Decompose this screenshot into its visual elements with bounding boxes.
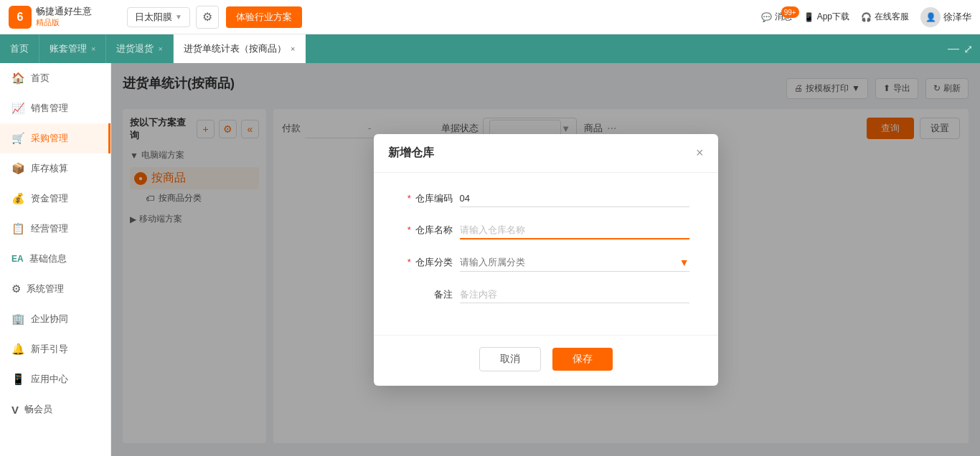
form-row-note: 备注 bbox=[402, 286, 689, 303]
logo-area: 6 畅捷通好生意 精品版 bbox=[9, 6, 120, 29]
chevron-down-icon: ▼ bbox=[175, 13, 182, 21]
gear-button[interactable]: ⚙ bbox=[196, 6, 219, 29]
tab-purchase-return[interactable]: 进货退货 × bbox=[106, 34, 173, 63]
sidebar-enterprise-label: 企业协同 bbox=[31, 313, 68, 326]
sidebar-item-sales[interactable]: 📈 销售管理 bbox=[0, 93, 110, 123]
sidebar-home-label: 首页 bbox=[31, 72, 50, 85]
logo-text-group: 畅捷通好生意 精品版 bbox=[36, 6, 92, 29]
form-row-name: * 仓库名称 bbox=[402, 222, 689, 239]
modal-header: 新增仓库 × bbox=[374, 134, 718, 173]
sidebar-item-membership[interactable]: V 畅会员 bbox=[0, 394, 110, 424]
service-label: 在线客服 bbox=[875, 11, 909, 23]
logo-sub: 精品版 bbox=[36, 17, 92, 28]
business-icon: 📋 bbox=[11, 222, 25, 235]
modal-title: 新增仓库 bbox=[388, 146, 434, 161]
store-name: 日太阳膜 bbox=[135, 11, 172, 24]
user-name: 徐泽华 bbox=[943, 11, 971, 24]
category-input[interactable] bbox=[460, 257, 679, 267]
sidebar-item-app-center[interactable]: 📱 应用中心 bbox=[0, 364, 110, 394]
tab-home[interactable]: 首页 bbox=[0, 34, 39, 63]
new-warehouse-modal: 新增仓库 × * 仓库编码 * bbox=[374, 134, 718, 386]
sidebar-finance-label: 资金管理 bbox=[31, 192, 68, 205]
system-icon: ⚙ bbox=[11, 282, 21, 295]
sidebar-app-center-label: 应用中心 bbox=[31, 373, 68, 386]
tab-purchase-return-label: 进货退货 bbox=[116, 42, 154, 55]
logo-icon: 6 bbox=[9, 6, 32, 29]
sales-icon: 📈 bbox=[11, 102, 25, 115]
tab-purchase-stats-label: 进货单统计表（按商品） bbox=[184, 42, 286, 55]
main-layout: 🏠 首页 📈 销售管理 🛒 采购管理 📦 库存核算 💰 资金管理 📋 经营管理 … bbox=[0, 63, 980, 456]
app-label: App下载 bbox=[817, 11, 849, 23]
sidebar-sales-label: 销售管理 bbox=[31, 102, 68, 115]
sidebar-item-business[interactable]: 📋 经营管理 bbox=[0, 214, 110, 244]
required-star-code: * bbox=[407, 193, 411, 204]
sidebar-item-enterprise[interactable]: 🏢 企业协同 bbox=[0, 304, 110, 334]
top-header: 6 畅捷通好生意 精品版 日太阳膜 ▼ ⚙ 体验行业方案 💬 消息 99+ 📱 … bbox=[0, 0, 980, 34]
tab-maximize-icon[interactable]: ⤢ bbox=[963, 42, 973, 56]
tab-purchase-return-close[interactable]: × bbox=[158, 44, 162, 53]
form-row-code: * 仓库编码 bbox=[402, 190, 689, 207]
sidebar-business-label: 经营管理 bbox=[31, 222, 68, 235]
avatar: 👤 bbox=[920, 7, 941, 27]
basic-info-icon: EA bbox=[11, 254, 24, 264]
header-right: 💬 消息 99+ 📱 App下载 🎧 在线客服 👤 徐泽华 bbox=[761, 7, 971, 27]
category-select-row: ▼ bbox=[460, 254, 689, 272]
warehouse-note-input[interactable] bbox=[460, 286, 689, 303]
modal-overlay: 新增仓库 × * 仓库编码 * bbox=[111, 63, 980, 456]
name-label: * 仓库名称 bbox=[402, 224, 453, 237]
cancel-button[interactable]: 取消 bbox=[479, 347, 541, 371]
app-download-item[interactable]: 📱 App下载 bbox=[804, 11, 849, 23]
headset-icon: 🎧 bbox=[861, 12, 872, 22]
sidebar-purchase-label: 采购管理 bbox=[31, 132, 68, 145]
tab-bar: 首页 账套管理 × 进货退货 × 进货单统计表（按商品） × — ⤢ bbox=[0, 34, 980, 63]
tab-purchase-stats[interactable]: 进货单统计表（按商品） × bbox=[174, 34, 306, 63]
required-star-category: * bbox=[407, 257, 411, 267]
modal-close-button[interactable]: × bbox=[696, 146, 704, 161]
note-label: 备注 bbox=[402, 288, 453, 301]
message-item[interactable]: 💬 消息 99+ bbox=[761, 11, 792, 23]
sidebar-item-system[interactable]: ⚙ 系统管理 bbox=[0, 274, 110, 304]
tab-minimize-icon[interactable]: — bbox=[948, 42, 959, 55]
user-avatar-area[interactable]: 👤 徐泽华 bbox=[920, 7, 971, 27]
store-selector[interactable]: 日太阳膜 ▼ bbox=[127, 7, 190, 27]
tab-purchase-stats-close[interactable]: × bbox=[291, 44, 295, 53]
app-icon: 📱 bbox=[804, 12, 814, 22]
service-item[interactable]: 🎧 在线客服 bbox=[861, 11, 909, 23]
enterprise-icon: 🏢 bbox=[11, 313, 25, 326]
sidebar-item-purchase[interactable]: 🛒 采购管理 bbox=[0, 123, 110, 153]
finance-icon: 💰 bbox=[11, 192, 25, 205]
warehouse-code-input[interactable] bbox=[460, 190, 689, 207]
sidebar-system-label: 系统管理 bbox=[27, 282, 64, 295]
required-star-name: * bbox=[407, 224, 411, 235]
tab-home-label: 首页 bbox=[10, 42, 29, 55]
category-label: * 仓库分类 bbox=[402, 256, 453, 269]
category-arrow-icon: ▼ bbox=[679, 257, 689, 268]
warehouse-name-input[interactable] bbox=[460, 222, 689, 239]
form-row-category: * 仓库分类 ▼ bbox=[402, 254, 689, 272]
sidebar-membership-label: 畅会员 bbox=[24, 403, 52, 416]
newbie-icon: 🔔 bbox=[11, 343, 25, 356]
tab-accounts-label: 账套管理 bbox=[50, 42, 87, 55]
home-icon: 🏠 bbox=[11, 72, 25, 85]
inventory-icon: 📦 bbox=[11, 162, 25, 175]
purchase-icon: 🛒 bbox=[11, 132, 25, 145]
modal-body: * 仓库编码 * 仓库名称 bbox=[374, 173, 718, 335]
tab-accounts[interactable]: 账套管理 × bbox=[39, 34, 106, 63]
app-center-icon: 📱 bbox=[11, 373, 25, 386]
tab-accounts-close[interactable]: × bbox=[91, 44, 95, 53]
sidebar-item-inventory[interactable]: 📦 库存核算 bbox=[0, 153, 110, 184]
content-area: 进货单统计(按商品) 🖨 按模板打印 ▼ ⬆ 导出 ↻ 刷新 bbox=[111, 63, 980, 456]
gear-icon: ⚙ bbox=[202, 10, 212, 24]
sidebar-item-newbie[interactable]: 🔔 新手引导 bbox=[0, 334, 110, 364]
experience-button[interactable]: 体验行业方案 bbox=[226, 6, 302, 28]
sidebar-item-home[interactable]: 🏠 首页 bbox=[0, 63, 110, 93]
modal-footer: 取消 保存 bbox=[374, 335, 718, 386]
message-icon: 💬 bbox=[761, 12, 772, 22]
tab-controls: — ⤢ bbox=[948, 42, 980, 56]
membership-icon: V bbox=[11, 404, 19, 416]
save-button[interactable]: 保存 bbox=[552, 348, 613, 371]
sidebar-inventory-label: 库存核算 bbox=[31, 162, 68, 175]
sidebar-item-finance[interactable]: 💰 资金管理 bbox=[0, 184, 110, 214]
sidebar-item-basic-info[interactable]: EA 基础信息 bbox=[0, 244, 110, 274]
sidebar-basic-info-label: 基础信息 bbox=[29, 252, 67, 265]
